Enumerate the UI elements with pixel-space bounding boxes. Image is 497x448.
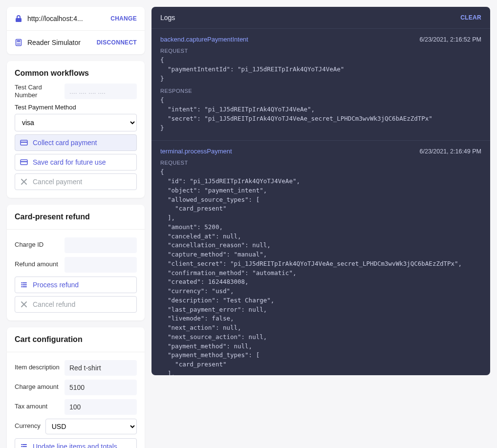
svg-point-5 (17, 44, 18, 45)
response-body: { "intent": "pi_1J5dREITpIrAk4QYoTJ4VeAe… (160, 96, 481, 132)
list-icon (20, 443, 28, 448)
update-line-items-button[interactable]: Update line items and totals (15, 438, 137, 448)
logs-title: Logs (160, 14, 175, 21)
cancel-payment-button[interactable]: Cancel payment (15, 173, 137, 190)
log-entry-name: backend.capturePaymentIntent (160, 36, 248, 43)
svg-point-4 (20, 43, 21, 44)
cancel-label: Cancel payment (33, 178, 82, 186)
request-label: REQUEST (160, 48, 481, 54)
svg-point-3 (18, 43, 19, 44)
card-icon (20, 158, 28, 166)
refund-amount-label: Refund amount (15, 260, 60, 268)
request-label: REQUEST (160, 160, 481, 166)
tax-amount-input[interactable] (65, 399, 137, 415)
refund-title: Card-present refund (15, 213, 137, 221)
payment-method-label: Test Payment Method (15, 104, 137, 111)
cancel-refund-button[interactable]: Cancel refund (15, 296, 137, 313)
close-icon (20, 300, 28, 308)
reader-label: Reader Simulator (27, 39, 81, 46)
log-entry: backend.capturePaymentIntent6/23/2021, 2… (151, 28, 490, 140)
svg-point-6 (18, 44, 19, 45)
disconnect-button[interactable]: DISCONNECT (97, 39, 137, 46)
lock-icon (15, 15, 22, 22)
workflows-title: Common workflows (15, 69, 137, 78)
clear-logs-button[interactable]: CLEAR (460, 14, 481, 21)
collect-card-payment-button[interactable]: Collect card payment (15, 134, 137, 151)
calculator-icon (15, 39, 22, 46)
svg-rect-9 (21, 142, 27, 143)
svg-rect-1 (17, 41, 21, 42)
svg-rect-11 (21, 161, 27, 162)
currency-label: Currency (15, 422, 41, 430)
charge-amount-input[interactable] (65, 380, 137, 395)
save-card-button[interactable]: Save card for future use (15, 154, 137, 171)
workflows-card: Common workflows Test Card Number Test P… (7, 61, 145, 198)
collect-label: Collect card payment (33, 139, 97, 147)
tax-amount-label: Tax amount (15, 403, 60, 410)
log-entry-name: terminal.processPayment (160, 148, 232, 155)
charge-id-label: Charge ID (15, 241, 60, 249)
cart-title: Cart configuration (15, 335, 137, 344)
currency-select[interactable]: USD (45, 419, 137, 434)
request-body: { "paymentIntentId": "pi_1J5dREITpIrAk4Q… (160, 56, 481, 83)
cancel-refund-label: Cancel refund (33, 300, 75, 308)
refund-amount-input[interactable] (65, 257, 137, 273)
log-entry: terminal.processPayment6/23/2021, 2:16:4… (151, 140, 490, 375)
log-entry-time: 6/23/2021, 2:16:49 PM (420, 148, 481, 155)
process-label: Process refund (33, 281, 79, 289)
logs-body[interactable]: backend.capturePaymentIntent6/23/2021, 2… (151, 28, 490, 375)
svg-point-7 (20, 44, 21, 45)
save-label: Save card for future use (33, 158, 106, 166)
connection-url: http://localhost:4... (27, 15, 83, 22)
log-entry-time: 6/23/2021, 2:16:52 PM (420, 36, 481, 43)
response-label: RESPONSE (160, 88, 481, 94)
card-icon (20, 139, 28, 147)
process-refund-button[interactable]: Process refund (15, 277, 137, 293)
connection-card: http://localhost:4... CHANGE Reader Simu… (7, 7, 145, 54)
charge-id-input[interactable] (65, 237, 137, 253)
item-desc-input[interactable] (65, 360, 137, 376)
change-button[interactable]: CHANGE (110, 15, 137, 22)
update-label: Update line items and totals (33, 443, 117, 448)
close-icon (20, 178, 28, 186)
request-body: { "id": "pi_1J5dREITpIrAk4QYoTJ4VeAe", "… (160, 168, 481, 375)
logs-panel: Logs CLEAR backend.capturePaymentIntent6… (151, 7, 490, 375)
payment-method-select[interactable]: visa (15, 114, 137, 131)
card-number-label: Test Card Number (15, 84, 60, 100)
card-number-input[interactable] (65, 84, 137, 99)
svg-point-2 (17, 43, 18, 44)
list-icon (20, 281, 28, 289)
refund-card: Card-present refund Charge ID Refund amo… (7, 205, 145, 320)
item-desc-label: Item description (15, 363, 60, 371)
charge-amount-label: Charge amount (15, 383, 60, 391)
cart-card: Cart configuration Item description Char… (7, 327, 145, 448)
